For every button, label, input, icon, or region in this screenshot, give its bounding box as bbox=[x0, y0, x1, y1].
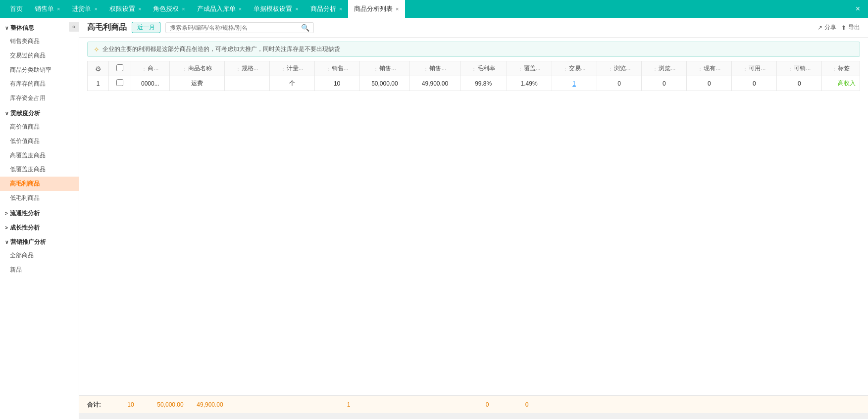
export-button[interactable]: ⬆ 导出 bbox=[841, 23, 860, 32]
nav-close-icon[interactable]: × bbox=[94, 6, 97, 12]
col-header-15[interactable]: ⋮可用... bbox=[732, 61, 777, 76]
col-header-8[interactable]: ⋮销售... bbox=[410, 61, 460, 76]
select-all-checkbox[interactable] bbox=[116, 64, 123, 71]
content-header: 高毛利商品 近一月 🔍 ↗ 分享 ⬆ 导出 bbox=[79, 18, 868, 38]
sidebar-item-商品分类助销率[interactable]: 商品分类助销率 bbox=[0, 63, 79, 77]
sidebar-section-流通性分析[interactable]: >流通性分析 bbox=[0, 205, 79, 220]
sidebar-item-库存资金占用[interactable]: 库存资金占用 bbox=[0, 91, 79, 105]
sidebar-item-高覆盖度商品[interactable]: 高覆盖度商品 bbox=[0, 148, 79, 163]
col-resize-icon: ⋮ bbox=[563, 66, 568, 71]
nav-close-icon[interactable]: × bbox=[295, 6, 298, 12]
col-resize-icon: ⋮ bbox=[518, 66, 523, 71]
horizontal-scrollbar[interactable] bbox=[79, 413, 868, 419]
row-select-checkbox[interactable] bbox=[116, 79, 123, 86]
row-transactions: 1 bbox=[552, 76, 597, 91]
sidebar-item-高价值商品[interactable]: 高价值商品 bbox=[0, 120, 79, 134]
sidebar-section-贡献度分析[interactable]: ∨贡献度分析 bbox=[0, 105, 79, 120]
nav-item-角色授权[interactable]: 角色授权× bbox=[147, 0, 191, 18]
search-icon[interactable]: 🔍 bbox=[301, 24, 309, 32]
row-unit: 个 bbox=[269, 76, 314, 91]
sidebar-item-有库存的商品[interactable]: 有库存的商品 bbox=[0, 77, 79, 91]
sidebar-section-label: 成长性分析 bbox=[10, 224, 40, 232]
row-available: 0 bbox=[732, 76, 777, 91]
footer-sales-amount: 50,000.00 bbox=[151, 399, 190, 410]
nav-close-icon[interactable]: × bbox=[57, 6, 60, 12]
footer-transactions: 1 bbox=[329, 399, 368, 410]
sidebar-item-低价值商品[interactable]: 低价值商品 bbox=[0, 134, 79, 148]
share-button[interactable]: ↗ 分享 bbox=[817, 23, 836, 32]
col-header-0[interactable]: ⚙ bbox=[88, 61, 109, 76]
col-header-16[interactable]: ⋮可销... bbox=[777, 61, 822, 76]
row-current-stock: 0 bbox=[687, 76, 732, 91]
period-button[interactable]: 近一月 bbox=[132, 22, 160, 33]
nav-item-销售单[interactable]: 销售单× bbox=[29, 0, 66, 18]
search-input[interactable] bbox=[170, 24, 301, 31]
window-close-button[interactable]: × bbox=[852, 4, 864, 13]
col-header-11[interactable]: ⋮交易... bbox=[552, 61, 597, 76]
nav-close-icon[interactable]: × bbox=[339, 6, 342, 12]
sidebar-item-低毛利商品[interactable]: 低毛利商品 bbox=[0, 191, 79, 205]
col-resize-icon: ⋮ bbox=[326, 66, 331, 71]
col-resize-icon: ⋮ bbox=[236, 66, 241, 71]
sidebar-section-arrow: > bbox=[5, 225, 8, 231]
export-icon: ⬆ bbox=[841, 24, 846, 31]
col-header-10[interactable]: ⋮覆盖... bbox=[507, 61, 552, 76]
sidebar-collapse-button[interactable]: « bbox=[69, 22, 79, 32]
row-name: 运费 bbox=[169, 76, 224, 91]
sidebar-item-高毛利商品[interactable]: 高毛利商品 bbox=[0, 177, 79, 191]
col-resize-icon: ⋮ bbox=[281, 66, 286, 71]
footer-spacer2 bbox=[368, 399, 467, 410]
sidebar-section-arrow: > bbox=[5, 211, 8, 216]
transactions-link[interactable]: 1 bbox=[572, 80, 576, 87]
tag-label: 高收入 bbox=[838, 80, 856, 87]
nav-close-icon[interactable]: × bbox=[138, 6, 141, 12]
col-header-14[interactable]: ⋮现有... bbox=[687, 61, 732, 76]
data-table: ⚙⋮商...⋮商品名称⋮规格...⋮计量...⋮销售...⋮销售...⋮销售..… bbox=[87, 61, 860, 91]
col-header-17[interactable]: ⋮标签 bbox=[822, 61, 860, 76]
col-resize-icon: ⋮ bbox=[182, 66, 187, 71]
nav-item-商品分析[interactable]: 商品分析× bbox=[305, 0, 348, 18]
col-resize-icon: ⋮ bbox=[142, 66, 147, 71]
sidebar-item-低覆盖度商品[interactable]: 低覆盖度商品 bbox=[0, 162, 79, 177]
nav-item-首页[interactable]: 首页 bbox=[4, 0, 29, 18]
info-icon: ✧ bbox=[94, 46, 100, 53]
row-gross-rate: 99.8% bbox=[460, 76, 507, 91]
nav-item-单据模板设置[interactable]: 单据模板设置× bbox=[248, 0, 304, 18]
col-header-13[interactable]: ⋮浏览... bbox=[642, 61, 687, 76]
share-icon: ↗ bbox=[817, 24, 822, 31]
nav-close-icon[interactable]: × bbox=[239, 6, 242, 12]
sidebar-section-arrow: ∨ bbox=[5, 25, 8, 31]
col-header-6[interactable]: ⋮销售... bbox=[314, 61, 359, 76]
nav-item-产成品入库单[interactable]: 产成品入库单× bbox=[191, 0, 248, 18]
footer-sales-qty: 10 bbox=[111, 399, 151, 410]
nav-item-权限设置[interactable]: 权限设置× bbox=[103, 0, 147, 18]
row-tag: 高收入 bbox=[822, 76, 860, 91]
settings-icon[interactable]: ⚙ bbox=[95, 65, 102, 73]
row-browse2: 0 bbox=[642, 76, 687, 91]
sidebar-item-销售类商品[interactable]: 销售类商品 bbox=[0, 34, 79, 48]
col-header-7[interactable]: ⋮销售... bbox=[359, 61, 410, 76]
sidebar-item-交易过的商品[interactable]: 交易过的商品 bbox=[0, 48, 79, 63]
nav-close-icon[interactable]: × bbox=[396, 6, 399, 12]
col-header-3[interactable]: ⋮商品名称 bbox=[169, 61, 224, 76]
row-spec bbox=[224, 76, 269, 91]
sidebar-section-营销推广分析[interactable]: ∨营销推广分析 bbox=[0, 234, 79, 248]
nav-item-商品分析列表[interactable]: 商品分析列表× bbox=[348, 0, 405, 18]
sidebar-item-新品[interactable]: 新品 bbox=[0, 263, 79, 277]
col-header-2[interactable]: ⋮商... bbox=[131, 61, 170, 76]
sidebar-section-成长性分析[interactable]: >成长性分析 bbox=[0, 220, 79, 234]
col-header-1[interactable] bbox=[109, 61, 131, 76]
nav-close-icon[interactable]: × bbox=[182, 6, 185, 12]
sidebar-section-整体信息[interactable]: ∨整体信息 bbox=[0, 20, 79, 34]
row-index: 1 bbox=[88, 76, 109, 91]
col-header-5[interactable]: ⋮计量... bbox=[269, 61, 314, 76]
search-box: 🔍 bbox=[165, 22, 314, 33]
nav-item-进货单[interactable]: 进货单× bbox=[66, 0, 103, 18]
sidebar-item-全部商品[interactable]: 全部商品 bbox=[0, 248, 79, 263]
col-header-12[interactable]: ⋮浏览... bbox=[597, 61, 642, 76]
content-area: 高毛利商品 近一月 🔍 ↗ 分享 ⬆ 导出 ✧ 企业的主要的利润都是这部分商品创… bbox=[79, 18, 868, 419]
col-header-4[interactable]: ⋮规格... bbox=[224, 61, 269, 76]
col-header-9[interactable]: ⋮毛利率 bbox=[460, 61, 507, 76]
sidebar-section-label: 流通性分析 bbox=[10, 209, 40, 218]
info-banner: ✧ 企业的主要的利润都是这部分商品创造的，可考虑加大推广，同时关注库存是不要出现… bbox=[87, 42, 860, 57]
